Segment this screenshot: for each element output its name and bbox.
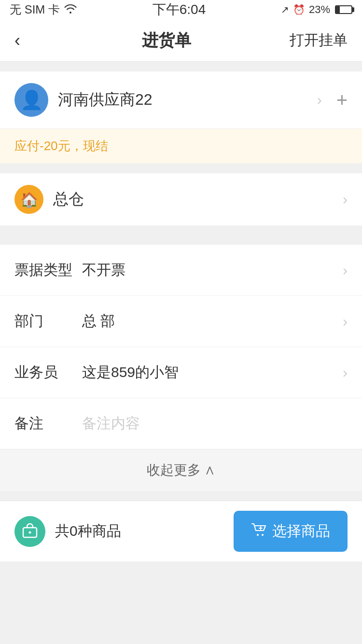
svg-point-1 bbox=[257, 534, 259, 536]
invoice-type-row[interactable]: 票据类型 不开票 › bbox=[0, 245, 362, 296]
nav-bar: ‹ 进货单 打开挂单 bbox=[0, 19, 362, 62]
supplier-section: 👤 河南供应商22 › + 应付-20元，现结 bbox=[0, 71, 362, 163]
salesperson-label: 业务员 bbox=[14, 363, 82, 382]
form-section: 票据类型 不开票 › 部门 总 部 › 业务员 这是859的小智 › 备注 备注… bbox=[0, 245, 362, 449]
remark-input[interactable]: 备注内容 bbox=[82, 414, 348, 434]
department-label: 部门 bbox=[14, 311, 82, 331]
product-count: 共0种商品 bbox=[55, 521, 234, 541]
supplier-row[interactable]: 👤 河南供应商22 › + bbox=[0, 71, 362, 129]
status-time: 下午6:04 bbox=[153, 0, 206, 19]
open-pending-button[interactable]: 打开挂单 bbox=[290, 30, 348, 50]
background-area bbox=[0, 561, 362, 644]
department-arrow-icon: › bbox=[343, 313, 348, 330]
invoice-type-label: 票据类型 bbox=[14, 260, 82, 280]
battery-label: 23% bbox=[309, 3, 330, 16]
warehouse-section: 🏠 总仓 › bbox=[0, 173, 362, 225]
avatar-icon: 👤 bbox=[20, 91, 43, 109]
collapse-bar[interactable]: 收起更多 ∧ bbox=[0, 449, 362, 491]
warehouse-name: 总仓 bbox=[53, 189, 343, 210]
status-right: ↗ ⏰ 23% bbox=[281, 3, 352, 16]
section-gap-1 bbox=[0, 62, 362, 71]
wifi-icon bbox=[64, 3, 77, 16]
location-icon: ↗ bbox=[281, 4, 289, 15]
collapse-label: 收起更多 ∧ bbox=[147, 462, 216, 477]
remark-label: 备注 bbox=[14, 414, 82, 434]
warehouse-arrow-icon: › bbox=[343, 191, 348, 208]
status-bar: 无 SIM 卡 下午6:04 ↗ ⏰ 23% bbox=[0, 0, 362, 19]
warehouse-icon: 🏠 bbox=[14, 185, 43, 214]
cart-icon bbox=[251, 523, 267, 540]
select-product-label: 选择商品 bbox=[272, 521, 330, 541]
supplier-name: 河南供应商22 bbox=[58, 89, 317, 111]
section-gap-3 bbox=[0, 225, 362, 235]
invoice-type-arrow-icon: › bbox=[343, 262, 348, 279]
carrier-label: 无 SIM 卡 bbox=[10, 2, 60, 17]
warehouse-row[interactable]: 🏠 总仓 › bbox=[0, 173, 362, 225]
salesperson-row[interactable]: 业务员 这是859的小智 › bbox=[0, 347, 362, 398]
remark-row[interactable]: 备注 备注内容 bbox=[0, 398, 362, 449]
battery-icon bbox=[335, 5, 352, 14]
section-gap-4 bbox=[0, 491, 362, 501]
select-product-button[interactable]: 选择商品 bbox=[234, 511, 348, 552]
bottom-bar: 共0种商品 选择商品 bbox=[0, 501, 362, 561]
salesperson-arrow-icon: › bbox=[343, 364, 348, 381]
department-row[interactable]: 部门 总 部 › bbox=[0, 296, 362, 347]
supplier-notice: 应付-20元，现结 bbox=[0, 129, 362, 163]
supplier-add-button[interactable]: + bbox=[336, 89, 348, 111]
department-value: 总 部 bbox=[82, 311, 343, 331]
page-title: 进货单 bbox=[142, 29, 191, 52]
status-left: 无 SIM 卡 bbox=[10, 2, 77, 17]
salesperson-value: 这是859的小智 bbox=[82, 363, 343, 382]
back-button[interactable]: ‹ bbox=[14, 30, 43, 51]
invoice-type-value: 不开票 bbox=[82, 260, 343, 280]
supplier-arrow-icon: › bbox=[317, 92, 322, 108]
svg-point-2 bbox=[262, 534, 264, 536]
alarm-icon: ⏰ bbox=[293, 4, 305, 15]
supplier-avatar: 👤 bbox=[14, 83, 48, 117]
section-gap-2 bbox=[0, 163, 362, 173]
product-icon bbox=[14, 516, 45, 547]
